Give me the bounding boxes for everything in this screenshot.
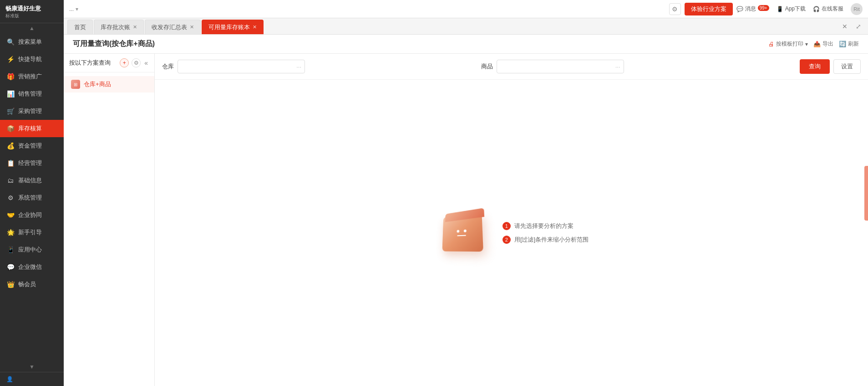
hint-text-1: 请先选择要分析的方案 [514,222,574,230]
sidebar-icon-app-center: 📱 [6,246,15,253]
expand-button[interactable]: ⤢ [853,21,864,32]
empty-box-face [451,221,473,244]
sidebar-item-newbie[interactable]: 🌟新手引导 [0,224,64,241]
customer-service-button[interactable]: 🎧 在线客服 [813,5,843,13]
sidebar-icon-inventory: 📦 [6,125,15,132]
app-download-icon: 📱 [777,6,783,12]
tab-close-available-stock[interactable]: ✕ [253,24,257,30]
sidebar-item-system[interactable]: ⚙系统管理 [0,189,64,206]
sidebar-icon-sales: 📊 [6,90,15,98]
sidebar-icon-enterprise: 🤝 [6,211,15,219]
tab-close-batch-account[interactable]: ✕ [133,24,137,30]
sidebar-item-member[interactable]: 👑畅会员 [0,276,64,293]
scheme-item-warehouse-goods[interactable]: ⊞ 仓库+商品 [64,76,154,93]
goods-input[interactable] [497,60,624,73]
print-button[interactable]: 🖨 按模板打印 ▾ [768,40,808,48]
user-avatar[interactable]: Rit [851,3,863,15]
notification-label: 消息 [745,5,756,13]
filter-settings-button[interactable]: 设置 [833,59,861,74]
sidebar-label-enterprise: 企业协同 [18,211,42,219]
sidebar-item-marketing[interactable]: 🎁营销推广 [0,68,64,85]
sidebar-icon-newbie: 🌟 [6,229,15,236]
app-download-button[interactable]: 📱 App下载 [777,5,806,13]
notification-button[interactable]: 💬 消息 99+ [736,5,769,13]
collapse-button[interactable]: « [143,58,149,67]
sidebar-logo: 畅康通好生意 标准版 [0,0,64,23]
sidebar-scroll-down[interactable]: ▼ [0,362,64,372]
sidebar-item-purchase[interactable]: 🛒采购管理 [0,103,64,120]
sidebar-icon-marketing: 🎁 [6,73,15,80]
settings-icon: ⚙ [672,5,678,13]
tab-batch-account[interactable]: 库存批次账✕ [94,20,144,34]
sidebar-label-wechat: 企业微信 [18,263,42,271]
sidebar-item-finance[interactable]: 💰资金管理 [0,137,64,154]
scheme-item-label: 仓库+商品 [84,80,111,88]
topbar-right: 💬 消息 99+ 📱 App下载 🎧 在线客服 Rit [736,3,863,15]
trial-button[interactable]: 体验行业方案 [685,3,733,15]
tab-label-receipt-summary: 收发存汇总表 [152,23,187,31]
right-panel: 仓库 ··· 商品 ··· 查询 设置 [155,54,868,386]
sidebar-item-basic-info[interactable]: 🗂基础信息 [0,172,64,189]
refresh-icon: 🔄 [839,41,846,47]
tab-label-batch-account: 库存批次账 [101,23,130,31]
notification-icon: 💬 [736,6,743,12]
logo-sub: 标准版 [5,13,58,19]
topbar: ... ▾ ⚙ 体验行业方案 💬 消息 99+ 📱 App下载 🎧 在线客服 R… [64,0,868,18]
sidebar-item-wechat[interactable]: 💬企业微信 [0,258,64,276]
tabs-container: 首页库存批次账✕收发存汇总表✕可用量库存账本✕ [67,18,264,34]
warehouse-label: 仓库 [162,62,174,71]
query-button[interactable]: 查询 [800,59,830,74]
hint-number-2: 2 [503,236,511,244]
filter-bar: 仓库 ··· 商品 ··· 查询 设置 [155,54,868,80]
left-panel-body: ⊞ 仓库+商品 [64,72,154,386]
sidebar-icon-search: 🔍 [6,38,15,46]
sidebar-label-marketing: 营销推广 [18,72,42,81]
sidebar-item-enterprise[interactable]: 🤝企业协同 [0,206,64,224]
breadcrumb: ... ▾ [69,6,665,12]
sidebar-scroll-up[interactable]: ▲ [0,23,64,33]
empty-box-mouth [457,235,466,237]
sidebar-icon-basic-info: 🗂 [6,177,15,184]
sidebar-item-operations[interactable]: 📋经营管理 [0,154,64,172]
scheme-settings-button[interactable]: ⚙ [132,58,141,67]
sidebar-item-quick-nav[interactable]: ⚡快捷导航 [0,51,64,68]
topbar-settings-button[interactable]: ⚙ [669,3,681,15]
sidebar-label-inventory: 库存核算 [18,124,42,133]
warehouse-more-icon[interactable]: ··· [296,63,301,70]
add-scheme-button[interactable]: + [120,58,129,67]
right-edge-scrollbar[interactable] [864,166,868,221]
goods-label: 商品 [481,62,493,71]
empty-hint: 1 请先选择要分析的方案 2 用[过滤]条件来缩小分析范围 [503,222,589,244]
empty-box-eye-right [464,230,467,232]
sidebar-label-finance: 资金管理 [18,142,42,150]
tab-label-home: 首页 [74,23,86,31]
sidebar-item-search[interactable]: 🔍搜索菜单 [0,33,64,51]
sidebar-nav: 🔍搜索菜单⚡快捷导航🎁营销推广📊销售管理🛒采购管理📦库存核算💰资金管理📋经营管理… [0,33,64,362]
refresh-button[interactable]: 🔄 刷新 [839,40,859,48]
sidebar-bottom[interactable]: 👤 [0,372,64,386]
print-dropdown-icon[interactable]: ▾ [805,41,808,47]
tab-available-stock[interactable]: 可用量库存账本✕ [202,20,264,34]
empty-hint-item-1: 1 请先选择要分析的方案 [503,222,589,230]
content-area: 按以下方案查询 + ⚙ « ⊞ 仓库+商品 [64,54,868,386]
goods-more-icon[interactable]: ··· [615,63,620,70]
left-panel-header: 按以下方案查询 + ⚙ « [64,54,154,72]
tab-home[interactable]: 首页 [67,20,93,34]
export-button[interactable]: 📤 导出 [813,40,833,48]
add-icon: + [123,60,126,66]
sidebar-item-sales[interactable]: 📊销售管理 [0,85,64,103]
close-tab-button[interactable]: ✕ [839,21,851,32]
sidebar-item-app-center[interactable]: 📱应用中心 [0,241,64,258]
tab-label-available-stock: 可用量库存账本 [208,23,250,31]
sidebar-item-inventory[interactable]: 📦库存核算 [0,120,64,137]
user-name: Rit [853,6,859,12]
tab-close-receipt-summary[interactable]: ✕ [190,24,194,30]
breadcrumb-dropdown-icon[interactable]: ▾ [76,6,78,12]
tab-receipt-summary[interactable]: 收发存汇总表✕ [145,20,201,34]
page-actions: 🖨 按模板打印 ▾ 📤 导出 🔄 刷新 [768,40,859,48]
warehouse-input[interactable] [178,60,305,73]
export-label: 导出 [822,40,833,48]
sidebar-label-quick-nav: 快捷导航 [18,55,42,63]
filter-actions: 查询 设置 [800,59,861,74]
scheme-item-icon: ⊞ [71,80,80,89]
